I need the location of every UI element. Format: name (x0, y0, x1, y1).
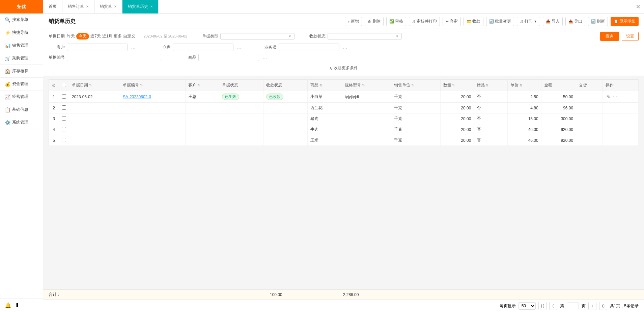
settings-icon[interactable]: ⚙ (52, 83, 56, 88)
batch-change-button[interactable]: 🔄 批量变更 (486, 17, 514, 26)
row-docno[interactable] (120, 113, 186, 124)
date-shortcuts: 昨天 今天 近7天 近1月 更多 自定义 (67, 33, 135, 40)
row-checkbox[interactable] (62, 116, 66, 121)
refresh-button[interactable]: 🔄 刷新 (588, 17, 608, 26)
tab-sales-order[interactable]: 销售订单 ✕ (62, 0, 94, 14)
customer-input[interactable] (67, 44, 128, 51)
sidebar-item-operations[interactable]: 📈 经营管理 (0, 90, 43, 103)
approve-button[interactable]: ✅ 审核 (386, 17, 406, 26)
type-select[interactable]: ▼ (220, 33, 295, 40)
shortcut-7days[interactable]: 近7天 (90, 33, 101, 39)
first-page-btn[interactable]: ⟨⟨ (538, 302, 547, 310)
export-button[interactable]: 📤 导出 (565, 17, 585, 26)
row-checkbox[interactable] (62, 105, 66, 110)
row-checkbox-cell[interactable] (59, 91, 69, 103)
shortcut-more[interactable]: 更多 (114, 33, 122, 39)
ops-btn[interactable]: ✎ (606, 94, 612, 100)
sidebar-item-finance[interactable]: 💰 资金管理 (0, 78, 43, 90)
approve-print-button[interactable]: 🖨 审核并打印 (409, 17, 440, 26)
tab-sales-order-close[interactable]: ✕ (86, 5, 89, 8)
page-input[interactable]: 1 (567, 303, 579, 309)
shortcut-1month[interactable]: 近1月 (102, 33, 113, 39)
row-checkbox[interactable] (62, 127, 66, 131)
col-goods[interactable]: 商品 (307, 80, 342, 91)
row-ops (603, 124, 639, 135)
delete-button[interactable]: 🗑 删除 (365, 17, 384, 26)
docno-input[interactable] (67, 54, 161, 61)
query-button[interactable]: 查询 (600, 32, 619, 41)
ops-btn[interactable]: ⋯ (612, 94, 618, 100)
set-button[interactable]: 设置 (622, 32, 639, 41)
row-checkbox[interactable] (62, 94, 66, 99)
goods-more-btn[interactable]: … (262, 55, 267, 60)
collapse-btn[interactable]: ∧ 收起更多条件 (49, 64, 639, 72)
tab-sales-goods-close[interactable]: ✕ (114, 5, 117, 8)
sidebar-item-search[interactable]: 🔍 搜索菜单 (0, 14, 43, 26)
cancel-approve-button[interactable]: ↩ 弃审 (443, 17, 461, 26)
pay-status-dropdown-icon: ▼ (395, 34, 399, 38)
pay-status-select[interactable]: ▼ (328, 33, 402, 40)
row-docno[interactable] (120, 103, 186, 113)
sidebar-item-system[interactable]: ⚙️ 系统管理 (0, 116, 43, 129)
sidebar-item-quicknav[interactable]: ⚡ 快捷导航 (0, 26, 43, 39)
table-header-row: ⚙ 单据日期 单据编号 客户 单据状态 收款状态 商品 规格型号 销售单位 (49, 80, 639, 91)
last-page-btn[interactable]: ⟩⟩ (599, 302, 607, 310)
col-date[interactable]: 单据日期 (69, 80, 120, 91)
tab-home[interactable]: 首页 (43, 0, 62, 14)
row-checkbox-cell[interactable] (59, 103, 69, 113)
row-checkbox-cell[interactable] (59, 135, 69, 146)
new-button[interactable]: + 新增 (345, 17, 362, 26)
col-unit[interactable]: 销售单位 (391, 80, 440, 91)
customer-more-btn[interactable]: … (131, 45, 136, 50)
tabs-close-all[interactable]: ✕ (636, 3, 644, 10)
col-customer[interactable]: 客户 (186, 80, 219, 91)
import-button[interactable]: 📥 导入 (543, 17, 563, 26)
next-page-btn[interactable]: ⟩ (588, 302, 596, 310)
shortcut-yesterday[interactable]: 昨天 (67, 33, 75, 39)
salesperson-more-btn[interactable]: … (343, 45, 347, 50)
sidebar-item-purchase[interactable]: 🛒 采购管理 (0, 52, 43, 65)
col-settings[interactable]: ⚙ (49, 80, 59, 91)
col-checkbox[interactable] (59, 80, 69, 91)
approve-print-icon: 🖨 (412, 20, 416, 24)
row-customer (186, 103, 219, 113)
page-title: 销货单历史 (49, 18, 76, 25)
warehouse-input[interactable] (173, 44, 233, 51)
row-checkbox-cell[interactable] (59, 124, 69, 135)
col-ops: 操作 (603, 80, 639, 91)
tab-sales-history-close[interactable]: ✕ (150, 5, 153, 8)
select-all-checkbox[interactable] (62, 83, 66, 87)
col-spec[interactable]: 规格型号 (342, 80, 391, 91)
shortcut-custom[interactable]: 自定义 (123, 33, 135, 39)
sidebar-item-inventory[interactable]: 🏠 库存核算 (0, 65, 43, 78)
print-button[interactable]: 🖨 打印 ▼ (517, 17, 540, 26)
sidebar-item-basics[interactable]: 📋 基础信息 (0, 103, 43, 116)
row-docno[interactable] (120, 124, 186, 135)
row-docno[interactable] (120, 135, 186, 146)
prev-page-btn[interactable]: ⟨ (549, 302, 557, 310)
per-page-select[interactable]: 50 100 200 (519, 302, 536, 310)
warehouse-more-btn[interactable]: … (237, 45, 242, 50)
salesperson-input[interactable] (279, 44, 339, 51)
row-checkbox-cell[interactable] (59, 113, 69, 124)
tab-sales-history[interactable]: 销货单历史 ✕ (122, 0, 159, 14)
col-price[interactable]: 单价 (508, 80, 541, 91)
tab-sales-goods[interactable]: 销货单 ✕ (94, 0, 122, 14)
row-checkbox[interactable] (62, 138, 66, 142)
row-spec: tyjyjtyjdf... (342, 91, 391, 103)
pause-icon[interactable]: ⏸ (14, 302, 20, 309)
col-gift[interactable]: 赠品 (474, 80, 508, 91)
col-docno[interactable]: 单据编号 (120, 80, 186, 91)
goods-input[interactable] (198, 54, 259, 61)
col-qty[interactable]: 数量 (440, 80, 474, 91)
shortcut-today[interactable]: 今天 (76, 33, 89, 40)
row-docno[interactable]: SA-20230602-0 (120, 91, 186, 103)
sidebar-item-sales[interactable]: 📊 销售管理 (0, 39, 43, 52)
show-detail-button[interactable]: 📋 显示明细 (611, 17, 639, 26)
docno-link[interactable]: SA-20230602-0 (123, 95, 151, 99)
row-date (69, 113, 120, 124)
collect-button[interactable]: 💳 收款 (464, 17, 483, 26)
notification-icon[interactable]: 🔔 (5, 302, 11, 309)
col-doc-status: 单据状态 (219, 80, 263, 91)
row-delivery (576, 135, 603, 146)
